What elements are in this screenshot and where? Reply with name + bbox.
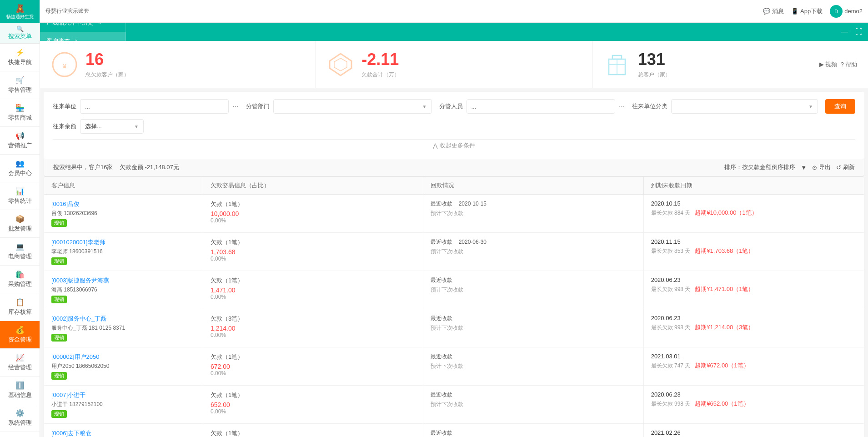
minimize-button[interactable]: — [839,26,850,38]
filter-customer-input[interactable] [80,99,229,114]
overdue-days: 最长欠款 884 天 超期¥10,000.00（1笔） [651,209,857,217]
filter-customer-dots[interactable]: ··· [232,102,238,111]
table-row: [0001020001]李老师 李老师 18600391516 现销 欠款（1笔… [44,233,864,271]
overdue-date: 2020.06.23 [651,391,857,398]
sidebar-item-零售管理[interactable]: 🛒 零售管理 [0,71,40,99]
td-debt-info: 欠款（3笔） 1,214.00 0.00% [203,309,423,347]
debt-amount[interactable]: 1,214.00 [211,325,416,332]
maximize-button[interactable]: ⛶ [853,26,864,38]
debt-percent: 0.00% [211,332,416,338]
customer-name[interactable]: [0003]畅捷服务尹海燕 [51,276,196,285]
td-payment-info: 最近收款 2020-10-15 预计下次收款 [423,195,643,232]
refresh-button[interactable]: ↺ 刷新 [836,163,855,171]
sidebar-item-零售商城[interactable]: 🏪 零售商城 [0,99,40,127]
table-row: [0002]服务中心_丁磊 服务中心_丁磊 181 0125 8371 现销 欠… [44,309,864,347]
customer-name[interactable]: [0006]去下粮仓 [51,429,196,437]
sidebar-search[interactable]: 🔍 搜索菜单 [0,23,40,44]
overdue-amount[interactable]: 超期¥1,471.00（1笔） [695,286,754,292]
td-debt-info: 欠款（1笔） 455.90 0.00% [203,424,423,437]
sidebar-label: 电商管理 [8,252,32,261]
customer-phone: 吕俊 13026203696 [51,210,196,217]
stat-actions: ▶ 视频 ? 帮助 [819,60,857,69]
topbar-actions: 💬 消息 📱 App下载 D demo2 [763,5,863,18]
refresh-label: 刷新 [843,163,855,171]
customer-name[interactable]: [000002]用户2050 [51,353,196,361]
customer-phone: 服务中心_丁磊 181 0125 8371 [51,324,196,332]
table-row: [0006]去下粮仓 陈小希 现销 欠款（1笔） 455.90 0.00% 最近… [44,424,864,437]
message-button[interactable]: 💬 消息 [763,7,784,15]
topbar-subtitle: 母婴行业演示账套 [45,7,89,15]
customer-name[interactable]: [0007]小进干 [51,391,196,399]
svg-rect-5 [612,55,622,59]
sidebar-item-批发管理[interactable]: 📦 批发管理 [0,210,40,238]
customer-tag: 现销 [51,296,67,303]
sidebar-item-电商管理[interactable]: 💻 电商管理 [0,238,40,266]
overdue-amount[interactable]: 超期¥1,703.68（1笔） [695,247,754,254]
sidebar-item-经营管理[interactable]: 📈 经营管理 [0,349,40,377]
next-payment: 预计下次收款 [431,286,636,294]
sidebar-label: 采购管理 [8,280,32,288]
customer-name[interactable]: [0016]吕俊 [51,200,196,208]
filter-dept-select[interactable]: ▼ [273,99,432,114]
filter-person-input[interactable] [467,99,615,114]
filter-balance: 往来余额 选择... ▼ [53,119,855,134]
debt-percent: 0.00% [211,294,416,300]
customer-tag: 现销 [51,372,67,380]
help-button[interactable]: ? 帮助 [841,60,857,69]
debt-amount[interactable]: 652.00 [211,401,416,408]
overdue-amount[interactable]: 超期¥10,000.00（1笔） [695,209,757,216]
overdue-amount[interactable]: 超期¥652.00（1笔） [695,400,749,407]
filter-category-select[interactable]: ▼ [671,99,818,114]
overdue-amount[interactable]: 超期¥672.00（1笔） [695,362,749,369]
sidebar-icon: ⚡ [15,48,25,57]
next-payment: 预计下次收款 [431,210,636,217]
download-button[interactable]: 📱 App下载 [791,7,823,15]
sidebar-item-系统管理[interactable]: ⚙️ 系统管理 [0,404,40,432]
sidebar-item-库存核算[interactable]: 📋 库存核算 [0,293,40,321]
search-button[interactable]: 查询 [825,99,855,114]
debt-amount[interactable]: 1,703.68 [211,248,416,256]
overdue-date: 2020.11.15 [651,238,857,245]
sidebar-item-零售统计[interactable]: 📊 零售统计 [0,182,40,210]
tab-label: 产成品入库单历史 [46,23,94,27]
sidebar-label: 经营管理 [8,363,32,372]
td-overdue-info: 2020.06.23 最长欠款 998 天 超期¥1,471.00（1笔） [644,271,864,309]
message-icon: 💬 [763,8,770,15]
tab-close-icon[interactable]: × [98,23,101,26]
customer-name[interactable]: [0001020001]李老师 [51,238,196,246]
next-payment: 预计下次收款 [431,401,636,408]
filter-person-dots[interactable]: ··· [619,102,625,111]
user-menu[interactable]: D demo2 [830,5,863,18]
table-row: [0003]畅捷服务尹海燕 海燕 18513066976 现销 欠款（1笔） 1… [44,271,864,309]
debt-percent: 0.00% [211,408,416,415]
latest-payment: 最近收款 [431,429,636,437]
filter-row-1: 往来单位 ··· 分管部门 ▼ 分管人员 ··· 往来单位分类 [53,99,855,114]
debt-amount[interactable]: 672.00 [211,363,416,370]
sidebar-item-采购管理[interactable]: 🛍️ 采购管理 [0,266,40,293]
video-button[interactable]: ▶ 视频 [819,60,837,69]
filter-row-2: 往来余额 选择... ▼ [53,119,855,134]
app-logo: 🧸 畅捷通好生意 [0,0,40,23]
sidebar-item-资金管理[interactable]: 💰 资金管理 [0,321,40,349]
sidebar-item-会员中心[interactable]: 👥 会员中心 [0,155,40,182]
sidebar-label: 库存核算 [8,308,32,316]
export-button[interactable]: ⊙ 导出 [812,163,831,171]
debt-amount[interactable]: 10,000.00 [211,210,416,217]
customer-name[interactable]: [0002]服务中心_丁磊 [51,315,196,323]
sidebar-item-企业协同[interactable]: 🤝 企业协同 [0,432,40,437]
filter-collapse-button[interactable]: ⋀ 收起更多条件 [53,139,855,151]
sidebar-item-营销推广[interactable]: 📢 营销推广 [0,127,40,155]
debt-amount[interactable]: 1,471.00 [211,286,416,294]
sidebar-item-快捷导航[interactable]: ⚡ 快捷导航 [0,44,40,71]
filter-balance-select[interactable]: 选择... ▼ [80,119,144,134]
tab-产成品入库单历史[interactable]: 产成品入库单历史× [40,23,126,32]
tab-close-icon[interactable]: × [75,38,78,41]
help-label: 帮助 [845,60,857,69]
td-debt-info: 欠款（1笔） 1,703.68 0.00% [203,233,423,271]
overdue-amount[interactable]: 超期¥1,214.00（3笔） [695,324,754,331]
stat-debt-customers-block: 16 总欠款客户（家） [85,50,305,79]
latest-payment: 最近收款 [431,315,636,322]
tab-客户账本[interactable]: 客户账本× [40,32,126,41]
video-icon: ▶ [819,61,824,68]
sidebar-item-基础信息[interactable]: ℹ️ 基础信息 [0,377,40,404]
